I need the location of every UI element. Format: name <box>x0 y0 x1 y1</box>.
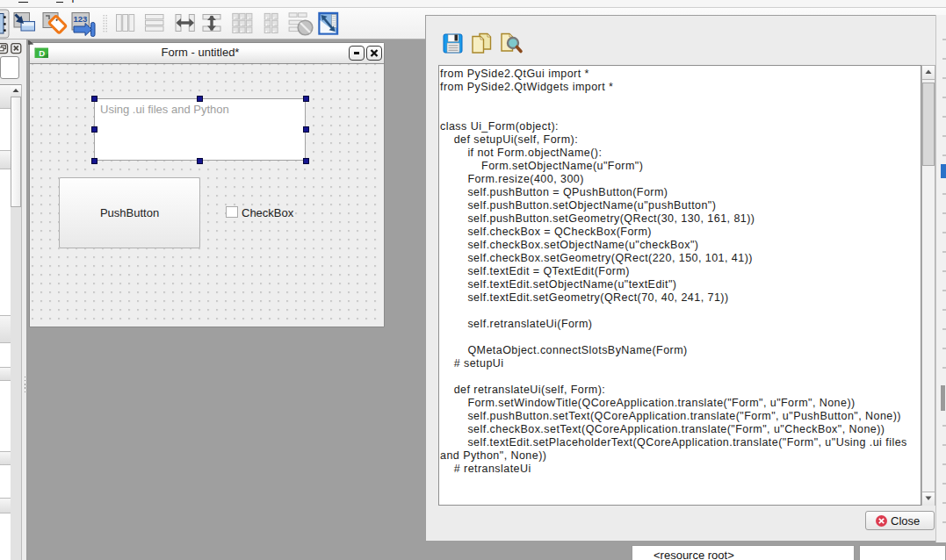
svg-text:123: 123 <box>74 14 88 24</box>
